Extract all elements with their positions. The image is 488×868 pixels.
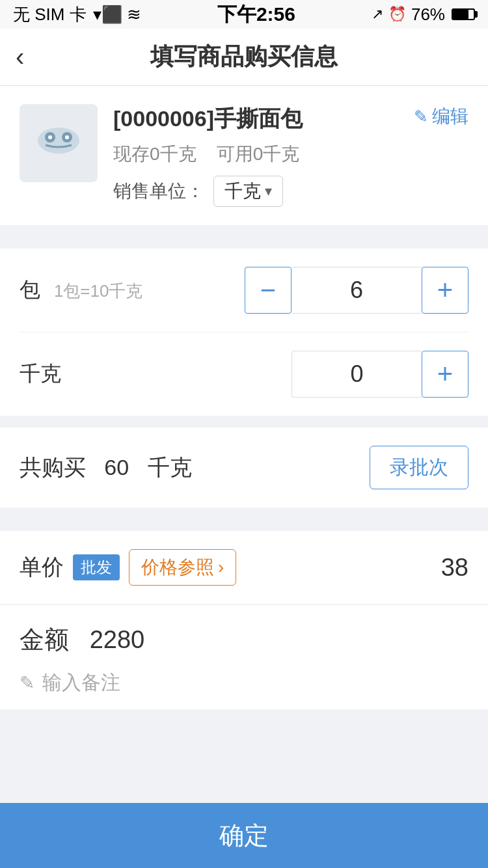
- nav-bar: ‹ 填写商品购买信息: [0, 29, 488, 86]
- unit-dropdown-icon: ▾: [265, 183, 272, 200]
- product-logo-icon: [36, 124, 81, 163]
- unit-value: 千克: [224, 179, 261, 204]
- total-amount: 60: [104, 455, 129, 480]
- package-row: 包 1包=10千克 − +: [20, 249, 468, 332]
- battery-text: 76%: [411, 5, 445, 25]
- total-text: 共购买 60 千克: [20, 453, 192, 483]
- separator-2: [0, 519, 488, 531]
- status-left: 无 SIM 卡 ▾⬛ ≋: [13, 3, 141, 26]
- kg-label-group: 千克: [20, 360, 61, 388]
- status-bar: 无 SIM 卡 ▾⬛ ≋ 下午2:56 ↗ ⏰ 76%: [0, 0, 488, 29]
- price-label: 单价: [20, 552, 64, 582]
- price-ref-arrow-icon: ›: [218, 557, 224, 578]
- quantity-section: 包 1包=10千克 − + 千克 +: [0, 249, 488, 416]
- back-arrow-icon: ‹: [16, 42, 24, 71]
- svg-point-0: [38, 128, 79, 154]
- product-unit-row: 销售单位： 千克 ▾: [113, 176, 468, 207]
- kg-label: 千克: [20, 362, 61, 385]
- price-section: 单价 批发 价格参照 › 38: [0, 531, 488, 604]
- kg-row: 千克 +: [20, 332, 468, 416]
- available-label: 可用0千克: [217, 144, 300, 164]
- total-unit: 千克: [148, 455, 192, 480]
- product-title: 手撕面包: [214, 106, 303, 131]
- back-button[interactable]: ‹: [16, 42, 24, 72]
- edit-icon: ✎: [414, 107, 428, 127]
- price-left: 单价 批发 价格参照 ›: [20, 549, 236, 586]
- confirm-button-label: 确定: [219, 819, 269, 852]
- alarm-icon: ⏰: [388, 6, 406, 23]
- product-card: [0000006]手撕面包 现存0千克 可用0千克 销售单位： 千克 ▾ ✎ 编…: [0, 86, 488, 225]
- total-section: 共购买 60 千克 录批次: [0, 427, 488, 508]
- package-input[interactable]: [291, 267, 422, 314]
- kg-control: +: [291, 351, 468, 398]
- svg-point-4: [65, 135, 69, 139]
- unit-label: 销售单位：: [113, 179, 204, 204]
- price-value: 38: [441, 554, 468, 582]
- price-tag: 批发: [73, 554, 120, 580]
- amount-value: 2280: [90, 626, 145, 653]
- package-hint: 1包=10千克: [54, 281, 143, 301]
- batch-button[interactable]: 录批次: [370, 446, 468, 489]
- kg-plus-button[interactable]: +: [422, 351, 468, 398]
- product-image: [20, 104, 98, 182]
- separator-1: [0, 237, 488, 249]
- edit-label: 编辑: [432, 104, 468, 129]
- package-label-group: 包 1包=10千克: [20, 276, 142, 305]
- unit-selector[interactable]: 千克 ▾: [213, 176, 283, 207]
- amount-label: 金额: [20, 626, 69, 653]
- svg-point-3: [48, 135, 52, 139]
- location-icon: ↗: [372, 6, 383, 23]
- edit-button[interactable]: ✎ 编辑: [414, 104, 468, 129]
- battery-icon: [452, 8, 475, 20]
- note-placeholder: 输入备注: [42, 670, 120, 696]
- amount-section: 金额 2280 ✎ 输入备注: [0, 605, 488, 709]
- package-plus-button[interactable]: +: [422, 267, 468, 314]
- total-prefix: 共购买: [20, 455, 86, 480]
- confirm-bar[interactable]: 确定: [0, 803, 488, 868]
- note-row[interactable]: ✎ 输入备注: [20, 670, 468, 696]
- status-right: ↗ ⏰ 76%: [372, 5, 475, 25]
- kg-input[interactable]: [291, 351, 422, 398]
- price-ref-label: 价格参照: [141, 555, 214, 580]
- amount-row: 金额 2280: [20, 623, 468, 657]
- package-minus-button[interactable]: −: [245, 267, 291, 314]
- carrier-text: 无 SIM 卡: [13, 3, 87, 26]
- product-id: [0000006]: [113, 106, 214, 131]
- page-title: 填写商品购买信息: [150, 41, 338, 73]
- status-time: 下午2:56: [217, 1, 295, 28]
- price-ref-button[interactable]: 价格参照 ›: [129, 549, 236, 586]
- pencil-icon: ✎: [20, 672, 34, 694]
- wifi-icon: ▾⬛ ≋: [93, 5, 141, 25]
- package-label: 包: [20, 278, 40, 301]
- stock-label: 现存0千克: [113, 144, 197, 164]
- product-stock: 现存0千克 可用0千克: [113, 142, 468, 167]
- package-control: − +: [245, 267, 468, 314]
